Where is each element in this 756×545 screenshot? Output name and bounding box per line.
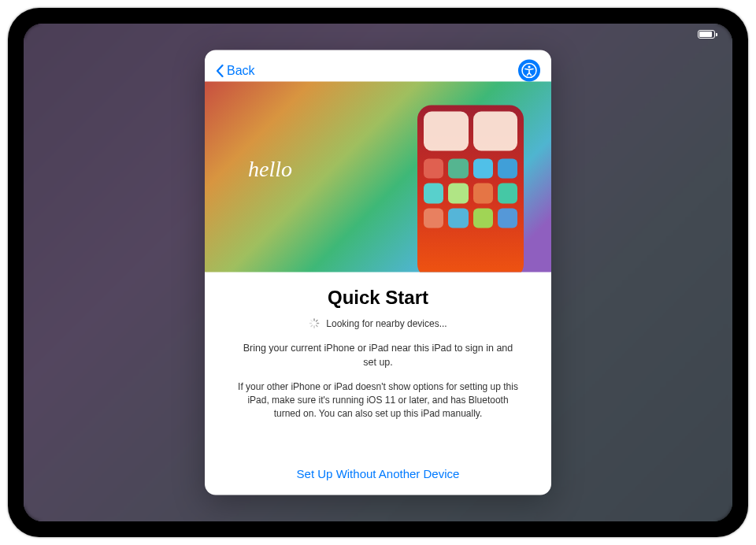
phone-app-icon — [424, 159, 443, 179]
page-title: Quick Start — [328, 287, 428, 309]
svg-line-9 — [311, 320, 313, 321]
battery-icon — [698, 30, 715, 39]
modal-content: Quick Start — [205, 272, 551, 453]
phone-widget — [473, 112, 518, 151]
accessibility-button[interactable] — [518, 60, 540, 82]
info-text: If your other iPhone or iPad doesn't sho… — [236, 380, 520, 420]
svg-line-7 — [311, 325, 313, 327]
status-bar — [698, 30, 715, 39]
phone-app-icon — [498, 184, 517, 203]
modal-footer: Set Up Without Another Device — [205, 453, 551, 495]
phone-app-icon — [448, 208, 468, 228]
phone-app-icon — [498, 159, 517, 179]
phone-app-icon — [448, 159, 468, 179]
back-label: Back — [227, 64, 255, 78]
svg-line-3 — [317, 320, 318, 321]
phone-widget — [424, 112, 469, 151]
phone-app-icon — [473, 159, 493, 179]
searching-status: Looking for nearby devices... — [309, 318, 447, 329]
phone-app-grid — [424, 159, 517, 228]
accessibility-icon — [521, 63, 537, 79]
quickstart-modal: Back hello — [205, 50, 551, 495]
description-text: Bring your current iPhone or iPad near t… — [236, 342, 520, 369]
hello-text: hello — [248, 157, 292, 182]
ipad-device-frame: Back hello — [8, 8, 748, 537]
back-button[interactable]: Back — [216, 64, 255, 78]
modal-header: Back — [205, 60, 551, 82]
chevron-left-icon — [216, 64, 224, 77]
phone-app-icon — [424, 208, 443, 228]
phone-app-icon — [498, 208, 517, 228]
phone-illustration — [417, 106, 524, 272]
phone-app-icon — [448, 184, 468, 203]
spinner-icon — [309, 318, 320, 329]
svg-line-5 — [317, 325, 318, 327]
ipad-screen: Back hello — [24, 24, 732, 521]
svg-point-1 — [528, 65, 530, 68]
status-text: Looking for nearby devices... — [326, 318, 447, 329]
phone-app-icon — [424, 184, 443, 203]
phone-app-icon — [473, 184, 493, 203]
setup-without-device-button[interactable]: Set Up Without Another Device — [297, 467, 460, 480]
phone-app-icon — [473, 208, 493, 228]
hero-illustration: hello — [205, 82, 551, 272]
